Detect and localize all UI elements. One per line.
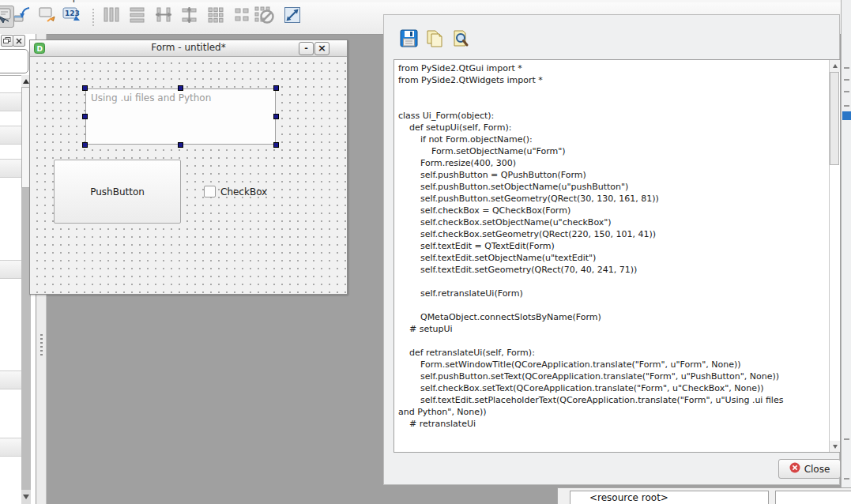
layout-vertical-button[interactable] [127,6,148,26]
code-line: self.pushButton.setGeometry(QRect(30, 13… [398,193,831,205]
form-canvas[interactable]: Using .ui files and Python PushButton Ch… [30,57,347,294]
edit-signals-slots-button[interactable] [12,6,32,26]
tree-branch-tick [844,91,849,92]
close-window-button[interactable]: × [314,42,329,55]
layout-grid-icon [206,6,225,27]
layout-vertical-splitter-button[interactable] [179,6,200,26]
code-line: QMetaObject.connectSlotsByName(Form) [398,311,831,323]
code-line: Form.resize(400, 300) [398,157,831,169]
widget-box-item[interactable] [0,438,21,457]
selection-handle[interactable] [82,114,88,119]
layout-horizontal-splitter-button[interactable] [153,6,174,26]
code-line [398,86,831,98]
resource-root-item[interactable]: <resource root> [570,491,769,504]
widget-box-item[interactable] [0,126,21,145]
tree-branch-tick [844,438,849,440]
pushbutton-widget[interactable]: PushButton [54,160,181,224]
scroll-down-icon[interactable] [830,441,840,452]
selection-handle[interactable] [178,142,183,148]
layout-horizontal-button[interactable] [101,6,122,26]
tree-branch-tick [844,79,849,81]
widget-box-close-button[interactable] [13,35,25,47]
close-circle-icon [789,462,800,476]
float-icon [3,36,11,47]
code-line: self.textEdit.setPlaceholderText(QCoreAp… [398,394,831,406]
code-scrollbar-thumb[interactable] [830,72,839,165]
resource-browser-panel[interactable] [775,491,851,504]
pushbutton-label: PushButton [90,186,145,197]
checkbox-indicator[interactable] [204,186,216,197]
selection-handle[interactable] [82,142,88,148]
edit-tab-order-button[interactable]: 123 [62,6,82,26]
code-line [398,335,831,347]
checkbox-widget[interactable]: CheckBox [204,175,284,208]
code-line [398,98,831,110]
code-line: self.pushButton.setText(QCoreApplication… [398,370,831,382]
edit-buddies-button[interactable] [37,6,58,26]
layout-form-icon [232,6,251,27]
tree-branch-tick [844,67,849,69]
code-line: Form.setObjectName(u"Form") [398,145,831,157]
textedit-widget[interactable]: Using .ui files and Python [85,88,276,145]
scroll-down-icon[interactable] [21,490,31,504]
save-icon [400,29,418,50]
close-button-label: Close [804,464,830,475]
separator-grip-icon [40,334,43,356]
code-text[interactable]: from PySide2.QtGui import *from PySide2.… [394,62,831,430]
tree-branch-tick [844,478,849,480]
code-preview-dialog: from PySide2.QtGui import *from PySide2.… [383,14,840,485]
break-layout-button[interactable] [254,6,275,26]
toolbar-separator [92,9,94,26]
selection-handle[interactable] [82,85,88,91]
edit-buddies-icon [38,6,57,27]
widget-filter-input[interactable] [0,49,28,73]
close-button[interactable]: Close [778,459,841,479]
code-line: # setupUi [398,323,831,335]
layout-grid-button[interactable] [205,6,226,26]
widget-box-item[interactable] [0,260,21,279]
background-window-edge [841,0,851,504]
svg-text:123: 123 [65,9,80,17]
layout-form-button[interactable] [232,6,252,26]
code-line: self.textEdit.setObjectName(u"textEdit") [398,252,831,264]
layout-horizontal-splitter-icon [154,6,173,27]
copy-icon [425,29,444,51]
code-line: self.textEdit = QTextEdit(Form) [398,240,831,252]
code-scrollbar[interactable] [829,60,840,452]
find-button[interactable] [450,29,471,50]
form-window: D Form - untitled* - × Using .ui files a… [29,39,348,295]
minimize-button[interactable]: - [299,42,314,55]
selection-handle[interactable] [273,114,279,119]
selection-handle[interactable] [178,85,183,91]
selection-fragment [842,111,851,120]
code-line: # retranslateUi [398,418,831,430]
break-layout-icon [254,6,276,27]
edit-tab-order-icon: 123 [62,6,81,27]
widget-box-item[interactable] [0,370,21,389]
code-line: def retranslateUi(self, Form): [398,347,831,359]
layout-horizontal-icon [102,6,121,27]
find-icon [451,29,470,51]
code-line [398,276,831,288]
code-view[interactable]: from PySide2.QtGui import *from PySide2.… [393,59,841,453]
selection-handle[interactable] [273,85,279,91]
widget-box-item[interactable] [0,159,21,178]
copy-button[interactable] [424,29,445,50]
tree-branch-tick [844,105,849,107]
selection-handle[interactable] [273,142,279,148]
save-button[interactable] [398,29,419,50]
form-window-titlebar[interactable]: D Form - untitled* - × [30,40,347,57]
code-line: if not Form.objectName(): [398,134,831,145]
scroll-up-icon[interactable] [830,60,840,72]
widget-box-float-button[interactable] [1,35,13,47]
widget-box-item[interactable] [0,92,21,111]
adjust-size-icon [283,6,302,27]
checkbox-label: CheckBox [220,186,267,197]
textedit-placeholder: Using .ui files and Python [91,92,211,103]
layout-vertical-icon [128,6,147,27]
code-line: self.checkBox = QCheckBox(Form) [398,205,831,216]
code-line: class Ui_Form(object): [398,110,831,122]
code-line: Form.setWindowTitle(QCoreApplication.tra… [398,359,831,370]
code-line: from PySide2.QtWidgets import * [398,74,831,86]
adjust-size-button[interactable] [282,6,303,26]
